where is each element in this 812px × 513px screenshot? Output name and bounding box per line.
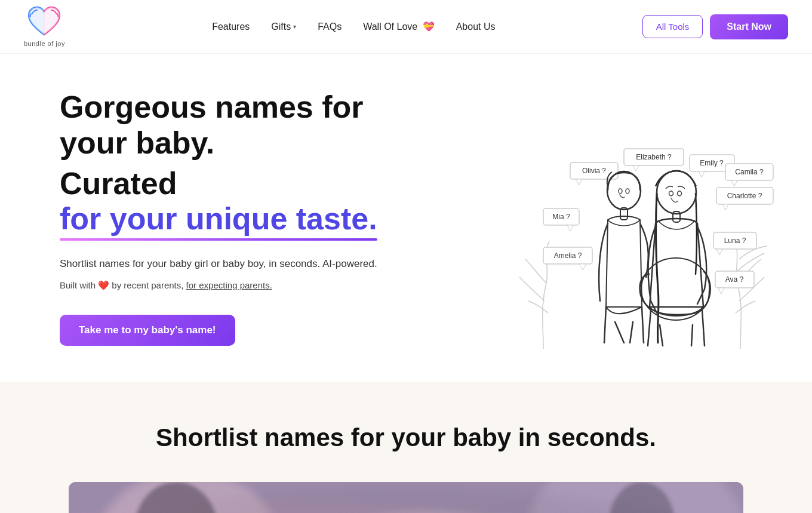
hero-section: Gorgeous names for your baby. Curated fo… bbox=[0, 54, 812, 382]
nav-item-wall-of-love[interactable]: Wall Of Love 💝 bbox=[363, 21, 434, 32]
photo-svg bbox=[69, 482, 743, 513]
svg-text:Mia ?: Mia ? bbox=[552, 213, 570, 221]
svg-marker-14 bbox=[722, 204, 728, 210]
svg-point-33 bbox=[669, 191, 673, 196]
nav-item-features[interactable]: Features bbox=[212, 21, 250, 32]
nav-item-faqs[interactable]: FAQs bbox=[318, 21, 342, 32]
svg-text:Luna ?: Luna ? bbox=[724, 236, 746, 245]
name-bubble-charlotte: Charlotte ? bbox=[716, 188, 773, 210]
nav-link-about-us[interactable]: About Us bbox=[456, 21, 496, 32]
svg-marker-11 bbox=[731, 180, 737, 186]
svg-point-32 bbox=[657, 171, 696, 214]
svg-point-34 bbox=[678, 191, 682, 196]
logo[interactable]: bundle of joy bbox=[24, 6, 65, 47]
wall-of-love-emoji: 💝 bbox=[423, 21, 435, 32]
svg-rect-47 bbox=[69, 482, 743, 513]
svg-text:Charlotte ?: Charlotte ? bbox=[727, 192, 762, 200]
svg-text:Ava ?: Ava ? bbox=[725, 275, 744, 284]
svg-text:Emily ?: Emily ? bbox=[700, 159, 724, 167]
logo-label: bundle of joy bbox=[24, 40, 65, 47]
name-bubble-camila: Camila ? bbox=[725, 164, 773, 186]
hero-heading-prefix: Curated bbox=[60, 166, 177, 201]
hero-subtext: Shortlist names for your baby girl or ba… bbox=[60, 256, 406, 272]
all-tools-button[interactable]: All Tools bbox=[642, 15, 703, 38]
nav-link-faqs[interactable]: FAQs bbox=[318, 21, 342, 32]
svg-text:Camila ?: Camila ? bbox=[735, 168, 764, 176]
shortlist-heading: Shortlist names for your baby in seconds… bbox=[24, 423, 788, 452]
name-bubble-olivia: Olivia ? bbox=[570, 162, 618, 185]
svg-marker-23 bbox=[579, 264, 586, 270]
svg-text:Olivia ?: Olivia ? bbox=[582, 167, 606, 175]
name-bubble-amelia: Amelia ? bbox=[543, 247, 592, 270]
logo-icon bbox=[26, 6, 62, 39]
name-bubble-ava: Ava ? bbox=[715, 271, 754, 294]
hero-built-text: Built with ❤️ by recent parents, for exp… bbox=[60, 280, 406, 291]
svg-point-30 bbox=[626, 189, 629, 193]
couple-illustration: Olivia ? Elizabeth ? Emily ? Camila ? bbox=[513, 98, 770, 349]
nav-link-wall-of-love[interactable]: Wall Of Love 💝 bbox=[363, 21, 434, 32]
hero-heading-2: Curated for your unique taste. bbox=[60, 166, 406, 238]
name-bubble-elizabeth: Elizabeth ? bbox=[624, 149, 684, 171]
svg-marker-17 bbox=[567, 225, 573, 231]
svg-marker-26 bbox=[718, 288, 724, 294]
shortlist-photo bbox=[69, 482, 743, 513]
nav-actions: All Tools Start Now bbox=[642, 14, 788, 39]
hero-illustration: Olivia ? Elizabeth ? Emily ? Camila ? bbox=[513, 98, 764, 337]
svg-marker-8 bbox=[699, 171, 705, 177]
nav-link-gifts[interactable]: Gifts bbox=[271, 21, 291, 32]
nav-link-features[interactable]: Features bbox=[212, 21, 250, 32]
nav-item-about-us[interactable]: About Us bbox=[456, 21, 496, 32]
svg-text:Elizabeth ?: Elizabeth ? bbox=[636, 153, 672, 161]
hero-heading-1: Gorgeous names for your baby. bbox=[60, 90, 406, 161]
name-bubble-mia: Mia ? bbox=[543, 208, 579, 231]
hero-text: Gorgeous names for your baby. Curated fo… bbox=[60, 90, 406, 346]
gifts-dropdown-icon: ▾ bbox=[293, 23, 296, 30]
hero-highlight-text: for your unique taste. bbox=[60, 201, 377, 237]
svg-marker-20 bbox=[716, 249, 722, 255]
hero-cta-button[interactable]: Take me to my baby's name! bbox=[60, 315, 235, 346]
nav-item-gifts[interactable]: Gifts ▾ bbox=[271, 21, 296, 32]
svg-marker-2 bbox=[576, 179, 582, 185]
shortlist-section: Shortlist names for your baby in seconds… bbox=[0, 382, 812, 513]
hero-built-link[interactable]: for expecting parents. bbox=[186, 280, 272, 290]
start-now-button[interactable]: Start Now bbox=[710, 14, 788, 39]
nav-links: Features Gifts ▾ FAQs Wall Of Love 💝 Abo… bbox=[212, 21, 495, 32]
navbar: bundle of joy Features Gifts ▾ FAQs Wall… bbox=[0, 0, 812, 54]
svg-point-36 bbox=[641, 258, 710, 320]
hero-built-prefix: Built with ❤️ by recent parents, bbox=[60, 280, 186, 290]
svg-text:Amelia ?: Amelia ? bbox=[554, 251, 582, 260]
svg-point-29 bbox=[619, 189, 622, 193]
svg-marker-5 bbox=[633, 165, 639, 171]
